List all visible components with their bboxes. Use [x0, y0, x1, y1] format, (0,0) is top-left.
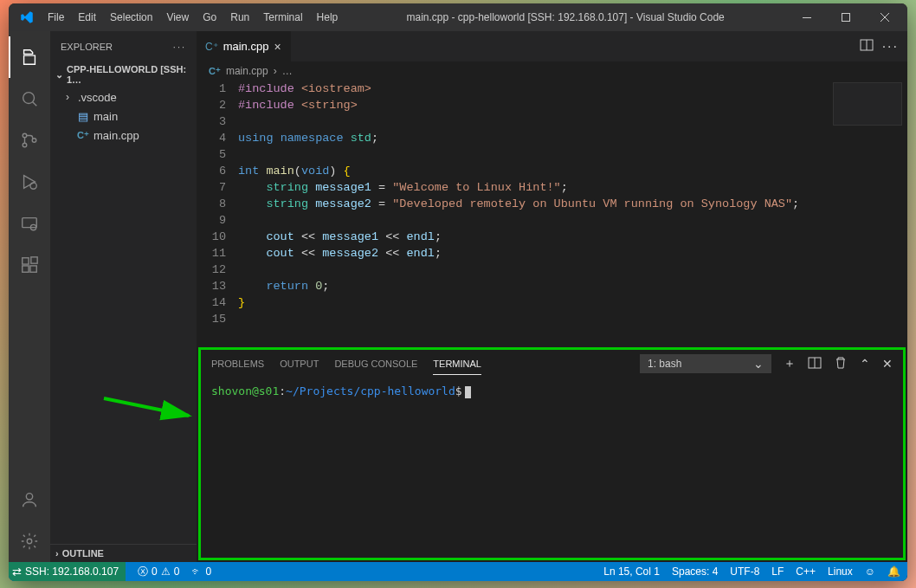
status-errors: 0 — [152, 565, 158, 578]
activity-run-debug[interactable] — [9, 161, 50, 203]
explorer-more-icon[interactable]: ··· — [173, 42, 186, 52]
terminal-sep: : — [279, 384, 286, 397]
menu-selection[interactable]: Selection — [104, 8, 158, 27]
window-controls — [787, 3, 904, 31]
activity-explorer[interactable] — [9, 36, 50, 78]
vscode-logo-icon — [19, 10, 35, 25]
terminal-symbol: $ — [455, 384, 462, 397]
cpp-file-icon: C⁺ — [205, 41, 218, 53]
chevron-down-icon: ⌄ — [55, 69, 63, 81]
panel-tab-problems[interactable]: PROBLEMS — [211, 353, 264, 374]
editor-tabs: C⁺ main.cpp × ··· — [197, 31, 907, 61]
svg-rect-0 — [803, 17, 811, 18]
code-content[interactable]: #include <iostream> #include <string> us… — [238, 81, 907, 347]
chevron-right-icon: › — [66, 91, 74, 103]
status-ln-col[interactable]: Ln 15, Col 1 — [603, 565, 660, 578]
menu-go[interactable]: Go — [197, 8, 223, 27]
file-main-cpp[interactable]: C⁺ main.cpp — [57, 126, 197, 145]
workspace-header[interactable]: ⌄ CPP-HELLOWORLD [SSH: 1… — [50, 61, 197, 87]
menu-view[interactable]: View — [160, 8, 195, 27]
activity-source-control[interactable] — [9, 120, 50, 161]
menu-bar: File Edit Selection View Go Run Terminal… — [42, 8, 344, 27]
panel-tab-output[interactable]: OUTPUT — [280, 353, 319, 374]
svg-point-3 — [23, 133, 27, 138]
terminal-cursor — [465, 386, 471, 398]
panel: PROBLEMS OUTPUT DEBUG CONSOLE TERMINAL 1… — [198, 347, 906, 560]
status-ports[interactable]: ᯤ0 — [191, 565, 211, 578]
file-tree: › .vscode ▤ main C⁺ main.cpp — [50, 87, 197, 145]
status-feedback-icon[interactable]: ☺ — [865, 565, 875, 578]
folder-vscode[interactable]: › .vscode — [57, 87, 197, 107]
panel-tab-terminal[interactable]: TERMINAL — [433, 353, 481, 375]
editor-area: C⁺ main.cpp × ··· C⁺ main.cpp › … 123456… — [197, 31, 907, 562]
breadcrumbs[interactable]: C⁺ main.cpp › … — [197, 61, 907, 81]
breadcrumb-more: … — [282, 65, 293, 77]
file-label: main — [94, 110, 118, 123]
svg-point-5 — [32, 139, 36, 143]
menu-run[interactable]: Run — [224, 8, 255, 27]
outline-label: OUTLINE — [62, 548, 104, 559]
status-remote[interactable]: ⇄ SSH: 192.168.0.107 — [9, 562, 126, 581]
menu-edit[interactable]: Edit — [72, 8, 102, 27]
activity-search[interactable] — [9, 78, 50, 120]
menu-file[interactable]: File — [42, 8, 70, 27]
explorer-title: EXPLORER — [61, 42, 113, 52]
status-encoding[interactable]: UTF-8 — [730, 565, 759, 578]
title-bar: File Edit Selection View Go Run Terminal… — [9, 3, 907, 31]
more-actions-icon[interactable]: ··· — [882, 39, 899, 55]
activity-extensions[interactable] — [9, 244, 50, 286]
breadcrumb-sep: › — [274, 65, 277, 77]
status-lang[interactable]: C++ — [796, 565, 816, 578]
remote-icon: ⇄ — [12, 565, 22, 578]
status-problems[interactable]: ⓧ0 ⚠0 — [138, 565, 179, 579]
tab-main-cpp[interactable]: C⁺ main.cpp × — [197, 31, 291, 61]
activity-remote[interactable] — [9, 203, 50, 244]
new-terminal-icon[interactable]: ＋ — [784, 356, 796, 372]
code-editor[interactable]: 123456789101112131415 #include <iostream… — [197, 81, 907, 347]
svg-point-4 — [23, 143, 27, 147]
status-warnings: 0 — [174, 565, 180, 578]
file-label: main.cpp — [94, 129, 139, 142]
svg-point-2 — [23, 93, 35, 104]
chevron-right-icon: › — [55, 548, 59, 559]
panel-tab-debug-console[interactable]: DEBUG CONSOLE — [334, 353, 417, 374]
status-spaces[interactable]: Spaces: 4 — [672, 565, 718, 578]
vscode-window: File Edit Selection View Go Run Terminal… — [9, 3, 907, 581]
split-terminal-icon[interactable] — [808, 356, 822, 372]
terminal[interactable]: shovon@s01:~/Projects/cpp-helloworld$ — [201, 378, 903, 558]
minimize-button[interactable] — [787, 3, 826, 31]
outline-section[interactable]: › OUTLINE — [50, 544, 197, 562]
workspace-name: CPP-HELLOWORLD [SSH: 1… — [67, 64, 191, 85]
explorer-sidebar: EXPLORER ··· ⌄ CPP-HELLOWORLD [SSH: 1… ›… — [50, 31, 197, 562]
activity-settings[interactable] — [9, 520, 50, 562]
close-panel-icon[interactable]: ✕ — [882, 357, 893, 371]
warning-icon: ⚠ — [161, 565, 171, 578]
minimap[interactable] — [833, 82, 902, 126]
close-button[interactable] — [865, 3, 904, 31]
menu-help[interactable]: Help — [311, 8, 345, 27]
status-remote-label: SSH: 192.168.0.107 — [25, 565, 119, 578]
status-eol[interactable]: LF — [771, 565, 784, 578]
status-bell-icon[interactable]: 🔔 — [887, 565, 900, 578]
close-tab-icon[interactable]: × — [274, 40, 281, 54]
terminal-select[interactable]: 1: bash — [640, 354, 771, 373]
maximize-panel-icon[interactable]: ⌃ — [860, 357, 870, 371]
menu-terminal[interactable]: Terminal — [257, 8, 308, 27]
file-main-bin[interactable]: ▤ main — [57, 107, 197, 126]
folder-label: .vscode — [78, 91, 117, 104]
terminal-userhost: shovon@s01 — [211, 384, 279, 397]
error-icon: ⓧ — [138, 565, 148, 579]
cpp-file-icon: C⁺ — [209, 66, 221, 77]
explorer-header: EXPLORER ··· — [50, 31, 197, 61]
status-os[interactable]: Linux — [828, 565, 853, 578]
antenna-icon: ᯤ — [191, 565, 202, 578]
window-title: main.cpp - cpp-helloworld [SSH: 192.168.… — [344, 11, 787, 23]
maximize-button[interactable] — [826, 3, 865, 31]
terminal-path: ~/Projects/cpp-helloworld — [286, 384, 455, 397]
kill-terminal-icon[interactable] — [834, 356, 848, 372]
editor-actions: ··· — [860, 31, 907, 61]
svg-rect-7 — [23, 218, 37, 228]
split-editor-icon[interactable] — [860, 38, 874, 55]
line-numbers: 123456789101112131415 — [197, 81, 238, 347]
activity-account[interactable] — [9, 479, 50, 520]
